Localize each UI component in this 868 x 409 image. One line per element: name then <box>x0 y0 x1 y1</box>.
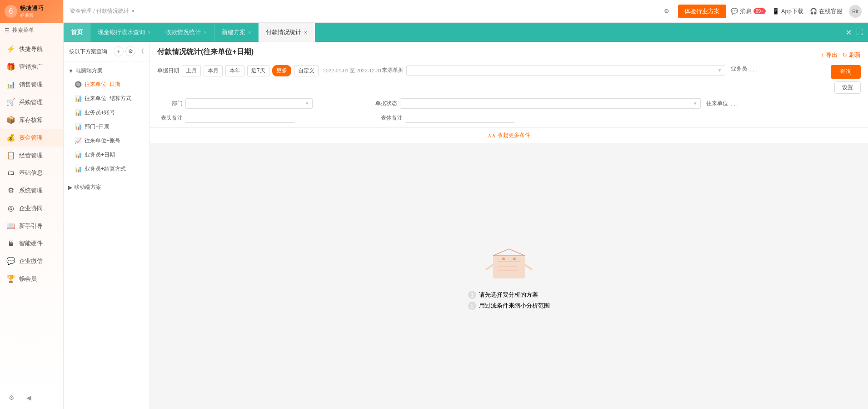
collapse-filter-btn[interactable]: ∧∧ 收起更多条件 <box>150 127 868 143</box>
manage-scheme-btn[interactable]: ⚙ <box>125 46 135 56</box>
unit-date-icon: 🔘 <box>75 81 82 88</box>
filter-rows: 单据日期 上月 本月 本年 近7天 更多 自定义 2022-01-01 至 20… <box>150 65 868 123</box>
dept-label: 部门 <box>157 100 183 107</box>
header-note-input[interactable] <box>185 113 294 123</box>
settings-bottom-btn[interactable]: ⚙ <box>5 391 18 404</box>
sidebar-item-sales[interactable]: 📊 销售管理 <box>0 76 63 93</box>
search-icon: ☰ <box>5 27 10 34</box>
add-scheme-btn[interactable]: + <box>114 46 124 56</box>
marketing-icon: 🎁 <box>6 62 15 71</box>
svg-line-7 <box>486 265 493 269</box>
capital-icon: 💰 <box>6 133 15 142</box>
collapse-sidebar-btn[interactable]: ◀ <box>22 391 35 404</box>
date-range-display: 2022-01-01 至 2022-12-31 <box>323 67 382 74</box>
sidebar-item-member[interactable]: 🏆 畅会员 <box>0 270 63 288</box>
svg-line-8 <box>525 265 532 269</box>
source-select[interactable]: ▾ <box>406 65 725 76</box>
tab-payment-close[interactable]: × <box>304 30 307 35</box>
date-btn-7days[interactable]: 近7天 <box>247 65 269 76</box>
scheme-header: 按以下方案查询 + ⚙ 《 <box>64 42 150 61</box>
sidebar-item-quick-nav[interactable]: ⚡ 快捷导航 <box>0 40 63 58</box>
sidebar-item-guide[interactable]: 📖 新手引导 <box>0 217 63 235</box>
source-filter-group: 来源单据 ▾ <box>382 65 725 76</box>
tab-receipt[interactable]: 收款情况统计 × <box>158 23 214 42</box>
scheme-item-staff-settle[interactable]: 📊 业务员+结算方式 <box>64 162 150 176</box>
expand-tabs-btn[interactable]: ⛶ <box>856 28 863 36</box>
sidebar-item-operation[interactable]: 📋 经营管理 <box>0 146 63 164</box>
dropdown-arrow-icon[interactable]: ▾ <box>132 8 135 14</box>
query-button[interactable]: 查询 <box>831 65 861 79</box>
dept-arrow-icon: ▾ <box>306 101 309 106</box>
settings-button[interactable]: 设置 <box>834 81 861 94</box>
sales-icon: 📊 <box>6 80 15 89</box>
empty-tip-1: 1 请先选择要分析的方案 <box>468 291 550 299</box>
refresh-icon: ↻ <box>842 51 847 58</box>
tab-bank[interactable]: 现金银行流水查询 × <box>90 23 158 42</box>
mobile-section-header[interactable]: ▶ 移动端方案 <box>64 181 150 194</box>
scheme-item-label: 业务员+日期 <box>85 151 115 159</box>
gear-button[interactable]: ⚙ <box>660 5 673 18</box>
staff-dots-btn[interactable]: ... <box>750 66 758 73</box>
date-btn-custom[interactable]: 自定义 <box>294 65 319 76</box>
pc-section-header[interactable]: ▼ 电脑端方案 <box>64 64 150 77</box>
sidebar-item-hardware[interactable]: 🖥 智能硬件 <box>0 235 63 252</box>
scheme-item-unit-date[interactable]: 🔘 往来单位+日期 <box>64 77 150 91</box>
app-download-btn[interactable]: 📱 App下载 <box>772 7 803 15</box>
date-btn-more[interactable]: 更多 <box>272 65 291 76</box>
sidebar-item-capital[interactable]: 💰 资金管理 <box>0 129 63 146</box>
staff-account-icon: 📊 <box>75 109 82 116</box>
industry-button[interactable]: 体验行业方案 <box>678 5 726 18</box>
export-btn[interactable]: ↑ 导出 <box>821 51 838 59</box>
sidebar-item-cooperation[interactable]: ◎ 企业协同 <box>0 199 63 217</box>
scheme-item-unit-account[interactable]: 📈 往来单位+账号 <box>64 134 150 148</box>
collapse-scheme-btn[interactable]: 《 <box>138 47 144 56</box>
scheme-item-staff-date[interactable]: 📊 业务员+日期 <box>64 148 150 162</box>
tab-receipt-close[interactable]: × <box>204 30 206 35</box>
sidebar-item-basic[interactable]: 🗂 基础信息 <box>0 164 63 182</box>
status-arrow-icon: ▾ <box>694 101 697 106</box>
customer-service-btn[interactable]: 🎧 在线客服 <box>810 7 843 15</box>
messages-label: 消息 <box>740 7 752 15</box>
collapse-arrow-icon: ∧∧ <box>488 132 496 139</box>
empty-tip-2: 2 用过滤条件来缩小分析范围 <box>468 302 550 310</box>
scheme-item-unit-settle[interactable]: 📊 往来单位+结算方式 <box>64 91 150 106</box>
main-panel: 资金管理 / 付款情况统计 ▾ ⚙ 体验行业方案 💬 消息 99+ 📱 App下… <box>64 0 868 409</box>
operation-icon: 📋 <box>6 151 15 160</box>
sidebar-item-marketing[interactable]: 🎁 营销推广 <box>0 58 63 76</box>
svg-point-6 <box>513 258 516 260</box>
tab-bank-close[interactable]: × <box>148 30 150 35</box>
scheme-item-staff-account[interactable]: 📊 业务员+账号 <box>64 106 150 120</box>
messages-btn[interactable]: 💬 消息 99+ <box>731 7 766 15</box>
sidebar-item-system[interactable]: ⚙ 系统管理 <box>0 182 63 199</box>
close-all-tabs-btn[interactable]: ✕ <box>846 28 852 37</box>
sidebar-item-wechat[interactable]: 💬 企业微信 <box>0 252 63 270</box>
search-menu-item[interactable]: ☰ 搜索菜单 <box>0 23 63 38</box>
filter-row-1: 单据日期 上月 本月 本年 近7天 更多 自定义 2022-01-01 至 20… <box>157 65 861 94</box>
tip-text-1: 请先选择要分析的方案 <box>479 291 538 299</box>
filter-container: 付款情况统计(往来单位+日期) ↑ 导出 ↻ 刷新 <box>150 42 868 143</box>
tab-payment[interactable]: 付款情况统计 × <box>259 23 314 42</box>
scheme-header-actions: + ⚙ <box>114 46 135 56</box>
status-select[interactable]: ▾ <box>400 98 701 109</box>
sidebar-item-inventory[interactable]: 📦 库存核算 <box>0 111 63 129</box>
partner-dots-btn[interactable]: ... <box>731 100 739 107</box>
tab-new-scheme[interactable]: 新建方案 × <box>215 23 259 42</box>
date-btn-this-month[interactable]: 本月 <box>204 65 223 76</box>
date-btn-this-year[interactable]: 本年 <box>225 65 244 76</box>
date-btn-last-month[interactable]: 上月 <box>182 65 201 76</box>
tab-new-scheme-close[interactable]: × <box>248 30 251 35</box>
filter-row-2: 部门 ▾ 单据状态 ▾ <box>157 98 861 109</box>
user-avatar[interactable]: Rit <box>849 5 862 18</box>
body-note-input[interactable] <box>405 113 514 123</box>
expand-icon: ▼ <box>68 68 74 74</box>
scheme-item-dept-date[interactable]: 📊 部门+日期 <box>64 120 150 134</box>
breadcrumb: 资金管理 / 付款情况统计 ▾ <box>70 7 655 15</box>
tab-payment-label: 付款情况统计 <box>266 28 301 36</box>
status-label: 单据状态 <box>375 100 397 107</box>
tab-home[interactable]: 首页 <box>64 23 90 42</box>
sidebar: 6 畅捷通巧 标准版 ☰ 搜索菜单 ⚡ 快捷导航 🎁 营销推广 📊 销售管理 🛒… <box>0 0 64 409</box>
refresh-btn[interactable]: ↻ 刷新 <box>842 51 861 59</box>
sidebar-item-purchase[interactable]: 🛒 采购管理 <box>0 93 63 111</box>
sidebar-item-label: 企业微信 <box>19 257 43 265</box>
dept-select[interactable]: ▾ <box>185 98 313 109</box>
